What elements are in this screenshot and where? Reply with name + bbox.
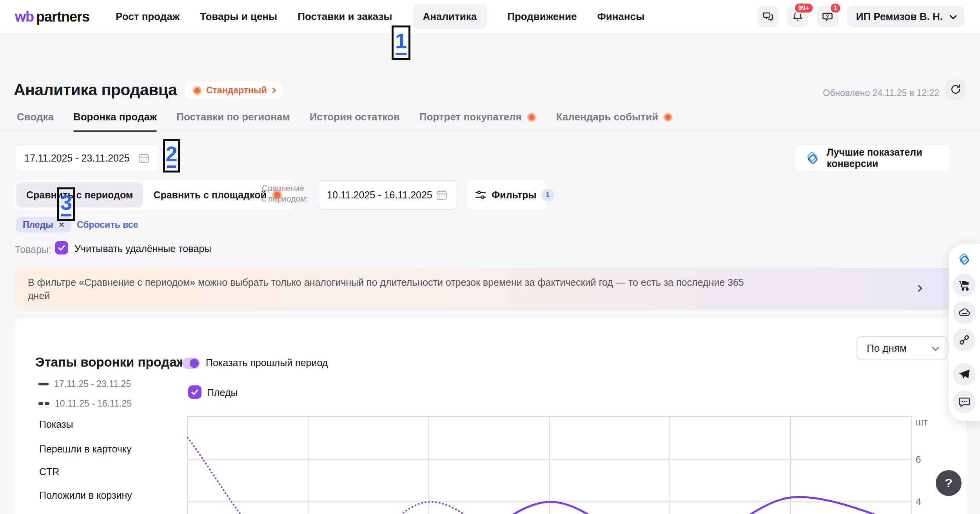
show-previous-period-toggle[interactable] [182, 358, 200, 369]
notifications-button[interactable]: 99+ [787, 6, 808, 27]
annotation-marker-1: 1 [392, 25, 410, 60]
layers-diamond-icon [805, 150, 820, 166]
nav-item-growth[interactable]: Рост продаж [116, 11, 180, 23]
tab-sales-funnel[interactable]: Воронка продаж [73, 111, 157, 132]
banner-text-line2: дней [28, 289, 932, 302]
refresh-button[interactable] [946, 79, 966, 100]
funnel-chart[interactable] [187, 414, 912, 514]
nav-item-analytics[interactable]: Аналитика [413, 4, 487, 29]
check-icon [57, 243, 66, 252]
stage-label-card-opens: Перешли в карточку [39, 443, 131, 455]
question-mark: ? [945, 476, 953, 490]
include-deleted-label: Учитывать удалённые товары [74, 243, 211, 254]
compare-period-segment[interactable]: Сравнить с периодом [16, 182, 143, 207]
send-tool-button[interactable] [953, 363, 976, 386]
annotation-marker-3: 3 [57, 187, 75, 221]
nav-item-goods[interactable]: Товары и цены [200, 11, 277, 23]
period-date-picker[interactable]: 17.11.2025 - 23.11.2025 [16, 145, 159, 171]
page-title: Аналитика продавца [14, 81, 177, 99]
help-fab-button[interactable]: ? [936, 470, 962, 496]
app-screen: wbpartners Рост продаж Товары и цены Пос… [0, 0, 980, 514]
chat-tool-button[interactable] [953, 390, 976, 413]
wb-partners-logo[interactable]: wbpartners [15, 9, 89, 25]
messages-button[interactable] [757, 6, 779, 27]
nav-item-finance[interactable]: Финансы [597, 11, 644, 23]
y-axis-unit: шт [916, 417, 927, 428]
logo-wb: wb [15, 9, 34, 25]
stage-label-ctr: CTR [39, 466, 59, 478]
compare-period-label: Сравнение с периодом: [262, 183, 308, 204]
main-nav: Рост продаж Товары и цены Поставки и зак… [116, 0, 644, 33]
compare-period-date-value: 10.11.2025 - 16.11.2025 [327, 189, 432, 201]
tab-stock-history[interactable]: История остатков [310, 111, 400, 132]
best-conversion-button[interactable]: Лучшие показатели конверсии [795, 145, 950, 171]
toggle-knob [190, 359, 199, 368]
period-date-value: 17.11.2025 - 23.11.2025 [24, 153, 130, 164]
best-conversion-label: Лучшие показатели конверсии [827, 147, 940, 169]
funnel-chart-svg [187, 414, 912, 514]
sliders-icon [474, 189, 487, 201]
stage-label-add-to-cart: Положили в корзину [39, 490, 132, 501]
cloud-tool-button[interactable] [953, 301, 976, 324]
plug-icon [958, 333, 971, 347]
y-axis-tick-6: 6 [916, 454, 921, 465]
filters-label: Фильтры [492, 189, 537, 201]
orange-dot-icon [192, 85, 202, 96]
reset-all-link[interactable]: Сбросить все [77, 220, 138, 230]
paper-plane-icon [958, 368, 971, 381]
chevron-down-icon [949, 12, 956, 19]
annotation-marker-2: 2 [163, 139, 180, 173]
plan-badge-label: Стандартный [206, 85, 267, 96]
info-banner: В фильтре «Сравнение с периодом» можно в… [14, 268, 956, 310]
refresh-icon [950, 84, 962, 95]
tab-summary[interactable]: Сводка [17, 111, 54, 132]
orange-dot-icon [663, 112, 673, 122]
orange-dot-icon [526, 112, 537, 122]
chevron-right-icon [270, 87, 276, 94]
product-checkbox-label: Пледы [207, 387, 238, 398]
include-deleted-checkbox[interactable] [55, 241, 68, 254]
notifications-badge: 99+ [794, 2, 814, 14]
account-menu[interactable]: ИП Ремизов В. Н. [847, 6, 964, 27]
nav-item-promotion[interactable]: Продвижение [507, 11, 577, 23]
check-icon [191, 388, 199, 396]
compare-period-date-picker[interactable]: 10.11.2025 - 16.11.2025 [318, 180, 457, 210]
chat-bubbles-icon [762, 10, 774, 23]
calendar-icon [436, 189, 448, 201]
help-badge: 1 [829, 2, 841, 14]
nav-item-supplies[interactable]: Поставки и заказы [298, 11, 392, 23]
product-pledy-checkbox[interactable] [188, 385, 201, 399]
top-bar: wbpartners Рост продаж Товары и цены Пос… [0, 0, 980, 33]
filter-tag-label: Пледы [23, 220, 53, 230]
updated-timestamp: Обновлено 24.11.25 в 12:22 [823, 88, 939, 98]
chat-dots-icon [958, 395, 971, 409]
svg-text:?: ? [826, 13, 829, 19]
granularity-select[interactable]: По дням [857, 336, 947, 360]
chevron-down-icon [932, 344, 939, 351]
show-previous-period-label: Показать прошлый период [206, 357, 328, 369]
connector-tool-button[interactable] [953, 329, 976, 351]
tab-buyer-portrait[interactable]: Портрет покупателя [419, 111, 537, 132]
compare-segmented-control: Сравнить с периодом Сравнить с площадкой [14, 180, 296, 210]
tabs-divider [0, 131, 980, 131]
cart-tool-button[interactable] [953, 274, 976, 296]
remove-tag-icon[interactable]: × [59, 220, 64, 229]
tab-events-calendar[interactable]: Календарь событий [556, 111, 673, 132]
account-name: ИП Ремизов В. Н. [856, 11, 943, 23]
side-toolbar [949, 244, 980, 421]
dashed-line-swatch [38, 402, 49, 405]
banner-text-line1: В фильтре «Сравнение с периодом» можно в… [28, 276, 932, 289]
cloud-icon [958, 306, 971, 319]
cart-icon [958, 278, 971, 292]
topbar-actions: 99+ ? 1 ИП Ремизов В. Н. [757, 6, 964, 27]
legend-previous-period: 10.11.25 - 16.11.25 [38, 398, 132, 409]
filters-button[interactable]: Фильтры 1 [466, 180, 547, 210]
layers-diamond-icon[interactable] [957, 252, 972, 267]
tab-regional-supplies[interactable]: Поставки по регионам [176, 111, 290, 132]
goods-label: Товары: [15, 244, 51, 255]
legend-current-period: 17.11.25 - 23.11.25 [38, 379, 131, 389]
plan-badge[interactable]: Стандартный [185, 82, 282, 99]
calendar-icon [138, 152, 150, 164]
help-center-button[interactable]: ? 1 [817, 6, 838, 27]
solid-line-swatch [38, 383, 49, 385]
